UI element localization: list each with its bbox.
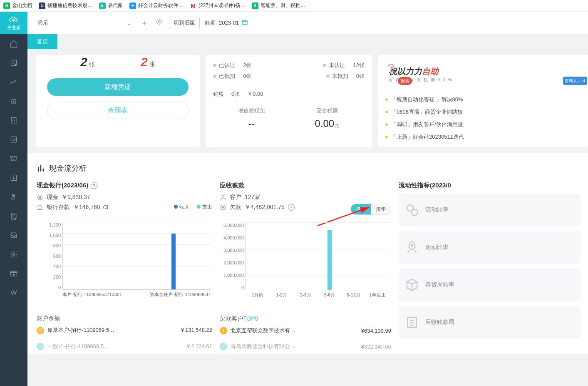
ar-panel: 应收账款 客户 127家 欠款 ￥4,482,001.75 ? 按月 按年 — [220, 179, 399, 354]
section-title: 现金流分析 — [27, 153, 588, 179]
metric-label: 流动比率 — [425, 206, 449, 214]
top5-name: 青岛华胜蓝合科技有限公… — [231, 343, 295, 349]
sidebar-chart[interactable] — [0, 72, 27, 92]
section-title-text: 现金流分析 — [49, 163, 87, 173]
tab-home[interactable]: 首页 — [27, 34, 57, 49]
voucher-unit: 张 — [149, 61, 155, 67]
sidebar-calc[interactable] — [0, 207, 27, 226]
metric-ar-turnover[interactable]: 应收账款周 — [399, 306, 581, 339]
help-icon[interactable]: ? — [288, 204, 295, 211]
x-axis-labels: 1月内1-2月2-3月3-6月6-12月1年以上 — [246, 292, 390, 298]
deducted-label: 已抵扣 — [219, 72, 235, 80]
sidebar-download[interactable] — [0, 168, 27, 187]
voucher-count-2: 2 — [141, 55, 148, 69]
legend-income: 收入 — [179, 204, 189, 210]
x-label: 资本金账户-招行-1109069537 — [136, 291, 211, 298]
payable-value: 0.00 — [315, 118, 334, 129]
sidebar-voucher[interactable] — [0, 53, 27, 72]
metric-quick-ratio[interactable]: 速动比率 — [399, 231, 581, 264]
bookmark-item[interactable]: ✦好会计云财务软件… — [129, 2, 183, 9]
old-version-button[interactable]: 切到旧版 — [169, 17, 200, 29]
bullet-icon — [385, 123, 388, 126]
sidebar-vip[interactable] — [0, 283, 27, 302]
bookmark-item[interactable]: S金山文档 — [3, 2, 32, 9]
sidebar-video[interactable] — [0, 264, 27, 283]
toggle-month[interactable]: 按月 — [351, 204, 371, 214]
top5-row[interactable]: 2青岛华胜蓝合科技有限公… ¥322,140.00 — [220, 339, 391, 354]
payable-label: 应交税额 — [315, 107, 340, 115]
sidebar-hand[interactable] — [0, 187, 27, 207]
question-icon: ? — [387, 61, 395, 76]
svg-point-3 — [15, 64, 16, 65]
undeducted-value: 0张 — [356, 72, 365, 80]
balance-sheet-button[interactable]: 余额表 — [47, 102, 189, 119]
cashbank-chart: 1,2001,0008006004002000 本户-招行-1109069537… — [37, 222, 212, 306]
help-icon[interactable]: ? — [91, 182, 97, 189]
vat-label: 增值税税负 — [238, 107, 265, 115]
legend-expense: 支出 — [202, 204, 212, 210]
svg-rect-6 — [11, 157, 17, 158]
dot-icon — [323, 64, 326, 67]
bookmarks-bar: S金山文档 U畅捷通信息技术股… ≡易代账 ✦好会计云财务软件… M(227封未… — [0, 0, 588, 12]
news-text: 「0606直播」商贸企业辅助核 — [391, 108, 463, 116]
liquidity-title: 流动性指标(2023/0 — [399, 182, 581, 189]
main-content: 2张 2张 新增凭证 余额表 已认证 2张 未认证 12张 已抵扣 0张 未抵扣… — [27, 34, 588, 386]
bank-value: ￥146,760.73 — [73, 204, 108, 211]
sidebar-report[interactable] — [0, 130, 27, 149]
metric-inventory-turnover[interactable]: 存货周转率 — [399, 269, 581, 301]
tax-card: 已认证 2张 未认证 12张 已抵扣 0张 未抵扣 0张 销项 0张 ￥0.00… — [206, 55, 372, 147]
company-select[interactable]: 演示 ⌄ — [32, 16, 136, 30]
sales-amount: ￥0.00 — [247, 90, 263, 98]
app-logo[interactable]: 专业版 — [0, 12, 27, 34]
voucher-card: 2张 2张 新增凭证 余额表 — [36, 55, 200, 147]
dot-icon — [326, 75, 330, 78]
account-balance-title: 账户余额 — [37, 315, 212, 322]
uncertified-value: 12张 — [353, 62, 365, 69]
chevron-down-icon: ⌄ — [127, 20, 131, 26]
debt-label: 欠款 — [230, 204, 241, 211]
news-item[interactable]: 「0606直播」商贸企业辅助核 — [385, 106, 588, 118]
sidebar-settings[interactable] — [0, 245, 27, 264]
liquidity-panel: 流动性指标(2023/0 流动比率 速动比率 存货周转率 应收账款周 — [399, 179, 588, 354]
bookmark-item[interactable]: S智能票、财、税推… — [252, 2, 305, 9]
svg-point-17 — [412, 209, 418, 216]
bookmark-icon: S — [3, 2, 10, 9]
bookmark-item[interactable]: U畅捷通信息技术股… — [39, 2, 92, 9]
customer-value: 127家 — [245, 194, 260, 201]
metric-label: 存货周转率 — [425, 281, 454, 289]
news-item[interactable]: 「调研」用友客户/伙伴满意度 — [385, 118, 588, 131]
dot-icon — [213, 75, 216, 78]
gear-icon[interactable] — [156, 18, 163, 27]
sidebar-money[interactable] — [0, 92, 27, 111]
badge-consult: 咨询人工可 — [563, 77, 587, 85]
metric-label: 速动比率 — [425, 244, 449, 251]
top5-name: 北京互帮联众数字技术有… — [231, 327, 295, 334]
news-banner[interactable]: ? 祝以力力自助 可 自 主 解 决 税 期 8 0 % 报表 咨询人工可 — [385, 59, 588, 89]
bookmark-icon: U — [39, 2, 45, 9]
add-voucher-button[interactable]: 新增凭证 — [47, 78, 189, 96]
bullet-icon — [385, 136, 388, 138]
bookmark-item[interactable]: ≡易代账 — [99, 2, 123, 9]
bookmark-item[interactable]: M(227封未读邮件)畅… — [190, 2, 245, 9]
news-text: 「调研」用友客户/伙伴满意度 — [391, 121, 463, 128]
plus-icon[interactable]: ＋ — [141, 18, 148, 28]
news-item[interactable]: 「上新」好会计20230511迭代 — [385, 131, 588, 143]
calendar-icon[interactable] — [241, 19, 248, 27]
news-item[interactable]: 「税期自动化答疑 」解决80% — [385, 93, 588, 106]
top5-row[interactable]: 1北京互帮联众数字技术有… ¥634,139.99 — [220, 323, 391, 339]
sidebar-archive[interactable] — [0, 149, 27, 168]
sidebar-building[interactable] — [0, 111, 27, 130]
toggle-year[interactable]: 按年 — [371, 204, 391, 214]
account-row[interactable]: 一一般户-招行-1109069 5… ￥2,224.61 — [37, 339, 212, 355]
bookmark-icon: ✦ — [129, 2, 136, 9]
debt-icon — [220, 204, 226, 211]
metric-current-ratio[interactable]: 流动比率 — [399, 194, 581, 226]
account-row[interactable]: 原原基本户-招行-1109069 5… ￥131,548.22 — [37, 322, 212, 339]
sidebar-inbox[interactable] — [0, 226, 27, 245]
svg-rect-4 — [11, 117, 16, 123]
sidebar-home[interactable] — [0, 34, 27, 53]
account-value: ￥131,548.22 — [180, 326, 212, 334]
badge-reports: 报表 — [398, 77, 412, 85]
plot-area — [246, 223, 390, 290]
cloud-upload-icon — [8, 15, 19, 24]
